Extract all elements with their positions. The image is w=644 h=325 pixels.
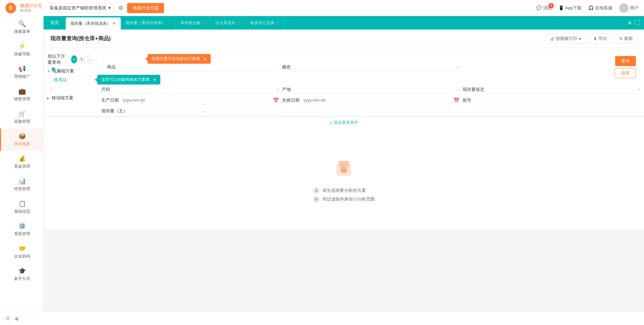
search-col: 查询 设置 — [463, 52, 640, 82]
brand-name: 畅通好生意 标准版 — [20, 3, 42, 13]
close-tab-1[interactable]: ✕ — [113, 21, 116, 26]
calendar-icon-produce[interactable]: 📅 — [273, 98, 279, 103]
empty-step-1: ① 请先选择要分析的方案 — [313, 187, 375, 194]
chevron-down-icon: ▾ — [579, 36, 581, 41]
search-button[interactable]: 查询 — [615, 56, 636, 66]
size-arrow[interactable]: ▾ — [277, 88, 279, 92]
print-btn[interactable]: 🖨 按模板打印 ▾ — [546, 34, 586, 44]
system-selector[interactable]: 装备及固定资产辅助管理系统 ▾ — [46, 3, 114, 13]
origin-input[interactable] — [294, 86, 455, 94]
mobile-scheme-item[interactable]: ▶ 移动端方案 — [47, 94, 97, 102]
sidebar-item-basic[interactable]: 📋 基础信息 — [0, 196, 43, 218]
collapse-bar[interactable]: ∧ 收起更多条件 — [44, 117, 644, 128]
stock-main-input2[interactable] — [210, 107, 280, 115]
sidebar-item-guide[interactable]: 🎓 新手引导 — [0, 263, 43, 286]
goods-input[interactable] — [119, 63, 273, 71]
settings-bottom-icon[interactable]: ⚙ — [5, 315, 10, 322]
tooltip-create: 这里可以创建和修改方案哦 ✕ — [97, 75, 160, 85]
color-arrow[interactable]: ▾ — [457, 65, 459, 69]
scheme-tree: ▼ 电脑端方案 接周品 — [44, 67, 97, 102]
topbar: 6 畅通好生意 标准版 装备及固定资产辅助管理系统 ▾ ⚙ 体验行业方案 💬 消… — [0, 0, 644, 16]
batch-filter: 批号 — [463, 96, 640, 104]
sidebar-item-management[interactable]: 📊 经营管理 — [0, 173, 43, 196]
close-tooltip-create[interactable]: ✕ — [153, 77, 156, 82]
settings-icon[interactable]: ⚙ — [118, 5, 123, 11]
sidebar-item-marketing[interactable]: 📢 营销推广 — [0, 61, 43, 84]
online-support-btn[interactable]: 🎧 在线客服 — [588, 5, 612, 11]
step-num-2: ② — [313, 196, 320, 203]
sidebar-item-inventory[interactable]: 📦 库存核算 — [0, 128, 43, 151]
sidebar: 🔍 搜索菜单 ⚡ 快捷导航 📢 营销推广 💼 销售管理 🛒 采购管理 📦 库存核… — [0, 16, 44, 312]
origin-filter: 产地 ▾ — [282, 86, 460, 94]
topbar-left: 6 畅通好生意 标准版 装备及固定资产辅助管理系统 ▾ ⚙ 体验行业方案 — [5, 3, 164, 13]
collapse-bottom-icon[interactable]: ◀ — [14, 315, 18, 322]
trial-btn[interactable]: 体验行业方案 — [127, 3, 164, 13]
goods-filter: ··· 商品 ··· — [101, 63, 279, 71]
size-input[interactable] — [113, 86, 275, 94]
user-menu[interactable]: 用户 — [619, 3, 639, 13]
tab-flow[interactable]: 出入库流水 ✕ — [211, 16, 246, 30]
stock-status-arrow[interactable]: ▾ — [638, 88, 640, 92]
sidebar-item-search[interactable]: 🔍 搜索菜单 — [0, 16, 43, 39]
produce-date-input[interactable] — [121, 97, 271, 104]
export-btn[interactable]: ⬆ 导出 — [589, 34, 611, 44]
add-scheme-btn[interactable]: + — [71, 55, 77, 63]
tab-home[interactable]: 首页 — [44, 16, 66, 30]
filter-container: 按以下方案查询 + ✎ ← ▼ — [44, 48, 644, 128]
close-tooltip-scheme[interactable]: ✕ — [203, 57, 207, 61]
color-input[interactable] — [294, 63, 455, 71]
close-tab-5[interactable]: ✕ — [276, 21, 279, 25]
topbar-right: 💬 消息 6 📱 App下载 🎧 在线客服 用户 — [536, 3, 639, 13]
phone-icon: 📱 — [558, 5, 564, 10]
stock-status-input[interactable] — [486, 86, 636, 94]
sidebar-item-system[interactable]: ⚙️ 系统管理 — [0, 218, 43, 241]
svg-rect-1 — [339, 161, 349, 167]
expand-arrow: ▼ — [47, 69, 50, 73]
close-tab-4[interactable]: ✕ — [237, 21, 240, 25]
origin-arrow[interactable]: ▾ — [457, 88, 459, 92]
close-all-icon[interactable]: ✕ — [628, 20, 632, 26]
bell-icon: 💬 — [536, 5, 542, 10]
briefcase-icon: 💼 — [18, 88, 26, 95]
desktop-child-item[interactable]: 接周品 — [54, 75, 97, 84]
main-layout: 🔍 搜索菜单 ⚡ 快捷导航 📢 营销推广 💼 销售管理 🛒 采购管理 📦 库存核… — [0, 16, 644, 312]
maximize-icon[interactable]: ⛶ — [635, 20, 640, 26]
refresh-btn[interactable]: ↻ 刷新 — [615, 34, 637, 44]
sidebar-item-finance[interactable]: 💰 资金管理 — [0, 151, 43, 173]
flash-icon: ⚡ — [18, 43, 26, 50]
headset-icon: 🎧 — [588, 5, 594, 10]
page-inner: 现存量查询(按仓库+商品) 🖨 按模板打印 ▾ ⬆ 导出 ↻ — [44, 30, 644, 229]
sidebar-item-sales[interactable]: 💼 销售管理 — [0, 84, 43, 106]
edit-scheme-btn[interactable]: ✎ — [79, 55, 85, 63]
sidebar-item-quicknav[interactable]: ⚡ 快捷导航 — [0, 39, 43, 61]
tabbar-end: ✕ ⛶ — [624, 16, 644, 30]
tab-batch[interactable]: 库存批次账 ✕ — [176, 16, 211, 30]
close-tab-3[interactable]: ✕ — [203, 21, 206, 25]
app-download-btn[interactable]: 📱 App下载 — [558, 5, 582, 11]
app-logo: 6 — [5, 3, 16, 13]
reset-button[interactable]: 设置 — [614, 68, 636, 78]
calendar-icon-expire[interactable]: 📅 — [453, 98, 459, 103]
close-tab-2[interactable]: ✕ — [168, 21, 171, 25]
back-scheme-btn[interactable]: ← — [87, 55, 93, 63]
notification-btn[interactable]: 💬 消息 6 — [536, 5, 552, 11]
batch-input[interactable] — [473, 96, 640, 104]
expire-date-input[interactable] — [302, 97, 452, 104]
tooltip-scheme: 电脑方案可设为移动方案哦 ✕ — [148, 54, 211, 64]
cart-icon: 🛒 — [18, 110, 26, 117]
empty-steps: ① 请先选择要分析的方案 ② 用过滤条件来缩小分析范围 — [313, 187, 375, 203]
stock-status-filter: 现存量状态 ▾ — [463, 86, 640, 94]
expire-date-filter: 失效日期 📅 — [282, 97, 460, 104]
tab-inventory-status[interactable]: 现存量（库存状况表） ✕ — [66, 17, 121, 30]
stock-main-filter: 现存量（主） — — [101, 107, 280, 115]
tab-summary[interactable]: 收发存汇总表 ✕ — [246, 16, 284, 30]
sidebar-item-collab[interactable]: 🤝 企业协同 — [0, 241, 43, 263]
sidebar-item-purchase[interactable]: 🛒 采购管理 — [0, 106, 43, 128]
stock-main-input[interactable] — [129, 107, 199, 115]
page-actions: 🖨 按模板打印 ▾ ⬆ 导出 ↻ 刷新 — [546, 34, 637, 44]
list-icon: 📋 — [18, 200, 26, 207]
tab-inventory-dist[interactable]: 现存量（库存分布表） ✕ — [121, 16, 176, 30]
empty-step-2: ② 用过滤条件来缩小分析范围 — [313, 196, 375, 203]
step-num-1: ① — [313, 187, 320, 194]
printer-icon: 🖨 — [550, 36, 554, 41]
